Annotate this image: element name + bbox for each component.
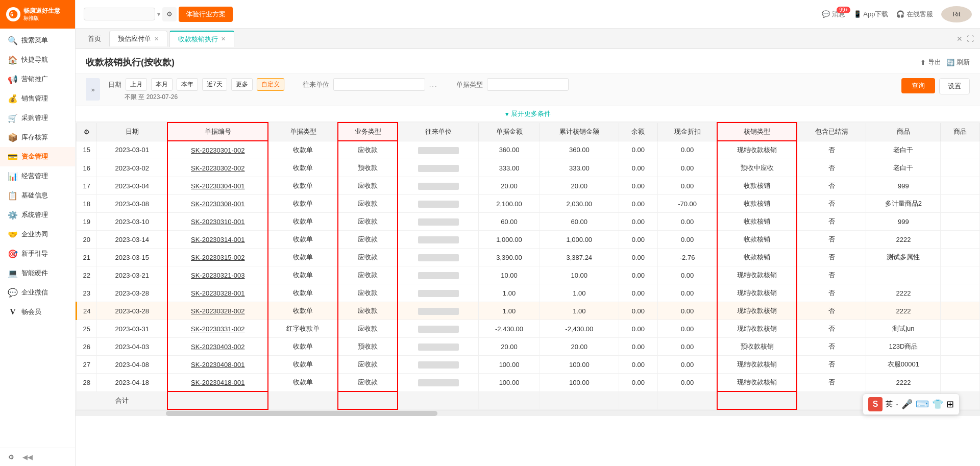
service-link[interactable]: 🎧 在线客服 bbox=[896, 10, 933, 19]
cell-amount: 10.00 bbox=[479, 266, 540, 284]
solution-button[interactable]: 体验行业方案 bbox=[179, 7, 233, 22]
cell-offset-type: 现结收款核销 bbox=[717, 302, 797, 320]
tab-home[interactable]: 首页 bbox=[80, 31, 109, 46]
cell-doc-no[interactable]: SK-20230408-001 bbox=[167, 356, 268, 374]
close-all-icon[interactable]: ✕ bbox=[957, 35, 963, 43]
date-btn-this-month[interactable]: 本月 bbox=[151, 78, 173, 91]
cell-no: 15 bbox=[77, 141, 97, 159]
expand-more-btn[interactable]: ▾ 展开更多条件 bbox=[76, 106, 980, 122]
col-header-offset-type: 核销类型 bbox=[717, 122, 797, 141]
export-button[interactable]: ⬆ 导出 bbox=[920, 58, 941, 67]
tab-close-icon[interactable]: ✕ bbox=[154, 36, 159, 42]
tab-close-icon[interactable]: ✕ bbox=[221, 36, 226, 42]
cell-bill-type: 收款单 bbox=[268, 302, 338, 320]
sidebar-item-search[interactable]: 🔍 搜索菜单 bbox=[0, 31, 75, 50]
date-btn-7days[interactable]: 近7天 bbox=[202, 78, 227, 91]
sidebar-item-enterprise[interactable]: 🤝 企业协同 bbox=[0, 225, 75, 244]
app-download-link[interactable]: 📱 App下载 bbox=[853, 10, 888, 19]
bill-type-filter: 单据类型 bbox=[456, 78, 569, 91]
sidebar-item-inventory[interactable]: 📦 库存核算 bbox=[0, 128, 75, 147]
cell-doc-no[interactable]: SK-20230302-002 bbox=[167, 159, 268, 177]
cell-doc-no[interactable]: SK-20230301-002 bbox=[167, 141, 268, 159]
maximize-icon[interactable]: ⛶ bbox=[967, 35, 974, 43]
cell-date: 2023-03-04 bbox=[97, 177, 167, 195]
sidebar-item-hardware[interactable]: 💻 智能硬件 bbox=[0, 263, 75, 283]
date-btn-this-year[interactable]: 本年 bbox=[177, 78, 198, 91]
table-footer-row: 合计 bbox=[77, 391, 980, 409]
cell-doc-no[interactable]: SK-20230321-003 bbox=[167, 266, 268, 284]
horizontal-scrollbar[interactable] bbox=[76, 410, 980, 416]
cell-doc-no[interactable]: SK-20230403-002 bbox=[167, 338, 268, 356]
shirt-icon[interactable]: 👕 bbox=[932, 399, 943, 410]
cell-offset-type: 收款核销 bbox=[717, 231, 797, 249]
scrollbar-thumb[interactable] bbox=[166, 411, 437, 416]
sidebar-item-label: 搜索菜单 bbox=[21, 36, 48, 45]
cell-settled: 否 bbox=[797, 195, 866, 213]
cell-doc-no[interactable]: SK-20230308-001 bbox=[167, 195, 268, 213]
cell-doc-no[interactable]: SK-20230328-002 bbox=[167, 302, 268, 320]
setting-button[interactable]: 设置 bbox=[939, 78, 970, 94]
partner-filter: 往来单位 ... bbox=[303, 78, 438, 91]
sidebar-item-wechat[interactable]: 💬 企业微信 bbox=[0, 283, 75, 302]
col-header-doc-no: 单据编号 bbox=[167, 122, 268, 141]
cell-product2 bbox=[941, 249, 980, 266]
cell-doc-no[interactable]: SK-20230304-001 bbox=[167, 177, 268, 195]
mic-icon[interactable]: 🎤 bbox=[901, 399, 913, 410]
sidebar-item-guide[interactable]: 🎯 新手引导 bbox=[0, 244, 75, 263]
main-area: ▾ ⚙ 体验行业方案 💬 消息 99+ 📱 App下载 🎧 在线客服 Rit bbox=[76, 0, 980, 466]
floating-toolbar: S 英 · 🎤 ⌨ 👕 ⊞ bbox=[863, 394, 960, 415]
sidebar-item-sales[interactable]: 💰 销售管理 bbox=[0, 89, 75, 108]
cell-product2 bbox=[941, 302, 980, 320]
sidebar-item-operations[interactable]: 📊 经营管理 bbox=[0, 166, 75, 186]
table-row: 172023-03-04SK-20230304-001收款单应收款20.0020… bbox=[77, 177, 980, 195]
collapse-icon[interactable]: ◀◀ bbox=[22, 453, 33, 461]
cell-product: 老白干 bbox=[866, 141, 941, 159]
keyboard-icon[interactable]: ⌨ bbox=[916, 399, 929, 410]
cell-bill-type: 收款单 bbox=[268, 195, 338, 213]
cell-biz-type: 应收款 bbox=[338, 266, 398, 284]
sidebar-item-member[interactable]: V 畅会员 bbox=[0, 302, 75, 322]
sidebar-item-quicknav[interactable]: 🏠 快捷导航 bbox=[0, 50, 75, 69]
cell-date: 2023-03-31 bbox=[97, 320, 167, 338]
cell-cash-discount: 0.00 bbox=[658, 320, 717, 338]
search-input[interactable] bbox=[84, 8, 155, 20]
cell-cash-discount: 0.00 bbox=[658, 159, 717, 177]
footer-settled bbox=[797, 391, 866, 409]
partner-input[interactable] bbox=[333, 78, 425, 91]
bill-type-select[interactable] bbox=[487, 78, 569, 91]
cell-partner bbox=[398, 231, 478, 249]
sidebar-item-basicinfo[interactable]: 📋 基础信息 bbox=[0, 186, 75, 205]
sidebar-item-finance[interactable]: 💳 资金管理 bbox=[0, 147, 75, 166]
col-header-settings[interactable]: ⚙ bbox=[77, 122, 97, 141]
table-row: 202023-03-14SK-20230314-001收款单应收款1,000.0… bbox=[77, 231, 980, 249]
sidebar-item-purchase[interactable]: 🛒 采购管理 bbox=[0, 108, 75, 128]
refresh-button[interactable]: 🔄 刷新 bbox=[946, 58, 970, 67]
gear-button[interactable]: ⚙ bbox=[162, 7, 177, 21]
date-btn-custom[interactable]: 自定义 bbox=[257, 78, 284, 91]
cell-date: 2023-03-08 bbox=[97, 195, 167, 213]
avatar[interactable]: Rit bbox=[941, 6, 972, 22]
date-range-display: 不限 至 2023-07-26 bbox=[108, 93, 284, 102]
grid-icon[interactable]: ⊞ bbox=[946, 399, 954, 410]
data-table: ⚙ 日期 单据编号 单据类型 业务类型 往来单位 单据金额 累计核销金额 余额 … bbox=[76, 122, 980, 410]
cell-settled: 否 bbox=[797, 266, 866, 284]
sidebar-item-system[interactable]: ⚙️ 系统管理 bbox=[0, 205, 75, 225]
query-button[interactable]: 查询 bbox=[901, 78, 935, 93]
cell-doc-no[interactable]: SK-20230315-002 bbox=[167, 249, 268, 266]
english-icon[interactable]: 英 bbox=[886, 400, 893, 409]
message-button[interactable]: 💬 消息 99+ bbox=[822, 10, 845, 19]
tab-collection[interactable]: 收款核销执行 ✕ bbox=[169, 31, 234, 47]
tab-prepay[interactable]: 预估应付单 ✕ bbox=[109, 31, 167, 46]
filter-toggle-button[interactable]: » bbox=[86, 78, 100, 101]
cell-doc-no[interactable]: SK-20230314-001 bbox=[167, 231, 268, 249]
settings-icon[interactable]: ⚙ bbox=[8, 453, 14, 461]
cell-doc-no[interactable]: SK-20230418-001 bbox=[167, 374, 268, 392]
sidebar-item-marketing[interactable]: 📢 营销推广 bbox=[0, 69, 75, 89]
cell-doc-no[interactable]: SK-20230331-002 bbox=[167, 320, 268, 338]
cell-doc-no[interactable]: SK-20230310-001 bbox=[167, 213, 268, 231]
cell-biz-type: 应收款 bbox=[338, 231, 398, 249]
date-btn-more[interactable]: 更多 bbox=[231, 78, 253, 91]
date-btn-last-month[interactable]: 上月 bbox=[126, 78, 147, 91]
footer-total-label: 合计 bbox=[77, 391, 168, 409]
cell-doc-no[interactable]: SK-20230328-001 bbox=[167, 284, 268, 302]
